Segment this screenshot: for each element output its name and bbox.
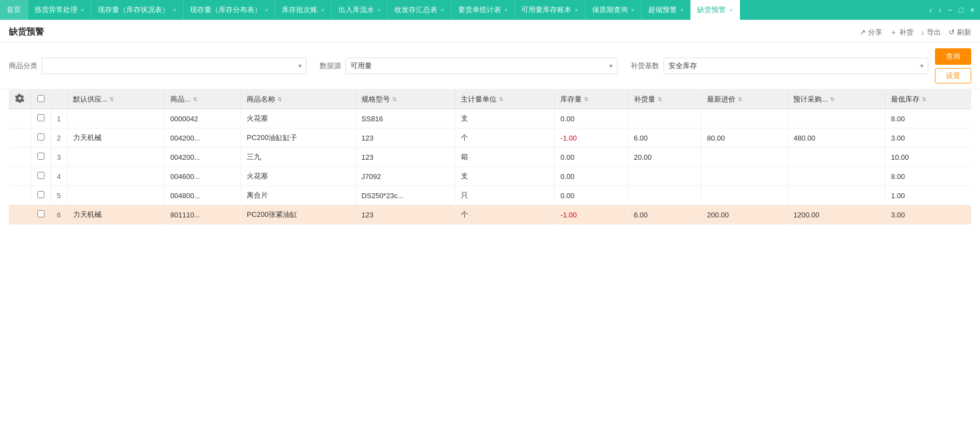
window-close[interactable]: × (967, 4, 978, 15)
tab-label: 现存量（库存分布表） (190, 5, 261, 15)
tab-close-icon[interactable]: × (321, 7, 324, 13)
cell-product-name: PC200张紧油缸 (241, 205, 356, 225)
th-spec[interactable]: 规格型号 ⇅ (356, 89, 455, 109)
tab-item[interactable]: 超储预警× (642, 0, 691, 20)
row-checkbox[interactable] (37, 153, 44, 160)
tab-item[interactable]: 首页 (0, 0, 28, 20)
row-number: 3 (51, 148, 67, 167)
tab-item[interactable]: 保质期查询× (586, 0, 642, 20)
row-checkbox-cell (31, 186, 51, 205)
cell-est-purchase (788, 148, 886, 167)
sort-icon-replenish: ⇅ (658, 96, 662, 102)
th-replenish[interactable]: 补货量 ⇅ (628, 89, 701, 109)
cell-replenish (628, 186, 701, 205)
refresh-button[interactable]: ↺ 刷新 (949, 27, 971, 37)
tab-close-icon[interactable]: × (441, 7, 444, 13)
cell-est-purchase (788, 167, 886, 186)
tab-close-icon[interactable]: × (631, 7, 634, 13)
tab-close-icon[interactable]: × (575, 7, 578, 13)
th-latest-price[interactable]: 最新进价 ⇅ (701, 89, 788, 109)
cell-min-stock: 8.00 (885, 109, 971, 128)
cell-product-code: 801110... (165, 205, 241, 225)
row-checkbox[interactable] (37, 191, 44, 198)
share-label: 分享 (868, 27, 882, 37)
tab-item[interactable]: 缺货预警× (691, 0, 739, 20)
select-all-checkbox[interactable] (37, 95, 44, 102)
cell-replenish: 6.00 (628, 128, 701, 148)
tab-label: 库存批次账 (282, 5, 318, 15)
window-minimize[interactable]: − (944, 4, 955, 15)
category-select-arrow: ▾ (298, 62, 302, 70)
table-row: 4004600...火花塞J7092支0.008.00 (9, 167, 971, 186)
share-button[interactable]: ↗ 分享 (860, 27, 882, 37)
tab-close-icon[interactable]: × (729, 7, 732, 13)
row-gear-cell (9, 167, 31, 186)
row-checkbox[interactable] (37, 133, 44, 141)
category-select[interactable]: ▾ (42, 58, 307, 74)
category-label: 商品分类 (9, 61, 37, 71)
tab-nav-buttons: ‹ › − □ × (924, 4, 980, 15)
th-est-purchase[interactable]: 预计采购... ⇅ (788, 89, 886, 109)
datasource-select[interactable]: 可用量 ▾ (346, 58, 617, 74)
cell-stock: -1.00 (555, 128, 628, 148)
tab-label: 超储预警 (648, 5, 677, 15)
cell-unit: 箱 (455, 148, 554, 167)
tab-bar: 首页拣货异常处理×现存量（库存状况表）×现存量（库存分布表）×库存批次账×出入库… (0, 0, 980, 20)
settings-button[interactable]: 设置 (935, 68, 971, 83)
window-maximize[interactable]: □ (955, 4, 966, 15)
query-button[interactable]: 查询 (935, 48, 971, 65)
cell-replenish (628, 167, 701, 186)
cell-latest-price: 80.00 (701, 128, 788, 148)
filter-group-replenish: 补货基数 安全库存 ▾ (631, 58, 928, 74)
cell-est-purchase: 1200.00 (788, 205, 886, 225)
th-default-supplier[interactable]: 默认供应... ⇅ (67, 89, 165, 109)
gear-icon[interactable] (15, 94, 24, 103)
export-button[interactable]: ↓ 导出 (921, 27, 942, 37)
tab-item[interactable]: 出入库流水× (332, 0, 388, 20)
cell-product-name: 火花塞 (241, 109, 356, 128)
th-min-stock[interactable]: 最低库存 ⇅ (885, 89, 971, 109)
datasource-select-value: 可用量 (350, 61, 372, 71)
th-product-name[interactable]: 商品名称 ⇅ (241, 89, 356, 109)
table-row: 3004200...三九123箱0.0020.0010.00 (9, 148, 971, 167)
tab-close-icon[interactable]: × (377, 7, 381, 13)
th-checkbox (31, 89, 51, 109)
cell-product-code: 004200... (165, 148, 241, 167)
th-unit[interactable]: 主计量单位 ⇅ (455, 89, 554, 109)
cell-stock: 0.00 (555, 109, 628, 128)
cell-default-supplier: 力天机械 (67, 128, 165, 148)
tab-close-icon[interactable]: × (172, 7, 176, 13)
category-select-wrapper: ▾ (42, 58, 307, 74)
supplement-button[interactable]: ＋ 补货 (890, 27, 914, 37)
tab-scroll-left[interactable]: ‹ (926, 4, 936, 15)
tab-item[interactable]: 可用量库存账本× (515, 0, 585, 20)
row-checkbox[interactable] (37, 114, 44, 121)
tab-close-icon[interactable]: × (81, 7, 84, 13)
filter-bar: 商品分类 ▾ 数据源 可用量 ▾ 补货基数 安全库存 (0, 43, 980, 89)
cell-product-name: 火花塞 (241, 167, 356, 186)
th-product-code[interactable]: 商品... ⇅ (165, 89, 241, 109)
row-number: 4 (51, 167, 67, 186)
cell-unit: 支 (455, 167, 554, 186)
tab-item[interactable]: 要货单统计表× (452, 0, 515, 20)
cell-unit: 只 (455, 186, 554, 205)
tab-close-icon[interactable]: × (265, 7, 268, 13)
sort-icon-supplier: ⇅ (109, 96, 114, 102)
tab-close-icon[interactable]: × (680, 7, 683, 13)
row-checkbox[interactable] (37, 210, 44, 217)
row-checkbox[interactable] (37, 172, 44, 179)
cell-unit: 支 (455, 109, 554, 128)
tab-item[interactable]: 拣货异常处理× (28, 0, 91, 20)
tab-item[interactable]: 收发存汇总表× (388, 0, 451, 20)
replenish-select[interactable]: 安全库存 ▾ (664, 58, 928, 74)
datasource-label: 数据源 (320, 61, 341, 71)
tab-item[interactable]: 现存量（库存状况表）× (91, 0, 183, 20)
filter-group-datasource: 数据源 可用量 ▾ (320, 58, 617, 74)
refresh-icon: ↺ (949, 28, 955, 36)
tab-label: 现存量（库存状况表） (98, 5, 169, 15)
tab-scroll-right[interactable]: › (935, 4, 944, 15)
tab-item[interactable]: 库存批次账× (275, 0, 331, 20)
tab-item[interactable]: 现存量（库存分布表）× (183, 0, 275, 20)
tab-close-icon[interactable]: × (504, 7, 508, 13)
th-stock[interactable]: 库存量 ⇅ (555, 89, 628, 109)
